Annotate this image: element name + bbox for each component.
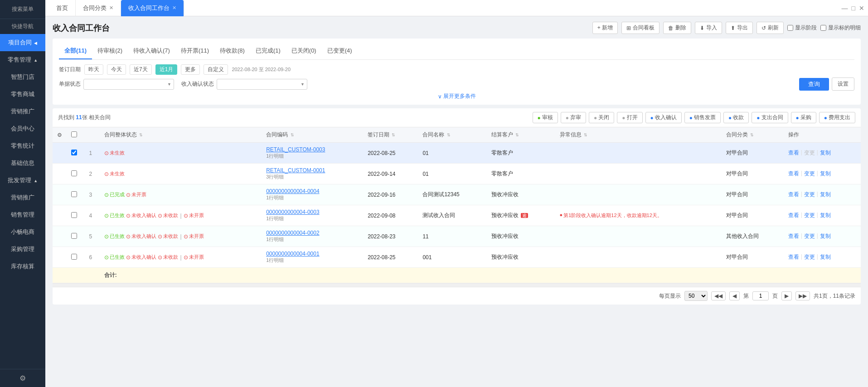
- sidebar-item-retail-stats[interactable]: 零售统计: [0, 137, 45, 155]
- row-action-copy[interactable]: 复制: [820, 212, 831, 219]
- row-action-view[interactable]: 查看: [788, 212, 799, 219]
- first-page-btn[interactable]: ◀◀: [711, 291, 726, 300]
- maximize-icon[interactable]: □: [852, 5, 855, 12]
- col-name[interactable]: 合同名称 ⇅: [418, 127, 486, 143]
- status-tab-closed[interactable]: 已关闭(0): [286, 43, 322, 59]
- sidebar-item-smart-store[interactable]: 智慧门店: [0, 68, 45, 86]
- status-tab-pending-review[interactable]: 待审核(2): [92, 43, 128, 59]
- sidebar-item-retail[interactable]: 零售管理 ▲: [0, 51, 45, 68]
- tab-home[interactable]: 首页: [49, 0, 76, 16]
- sidebar-item-base-info[interactable]: 基础信息: [0, 155, 45, 172]
- action-open[interactable]: ● 打开: [617, 112, 642, 123]
- action-expense-contract[interactable]: ● 支出合同: [752, 112, 788, 123]
- horizontal-scrollbar[interactable]: [53, 283, 861, 287]
- settings-gear-icon[interactable]: ⚙: [19, 374, 26, 382]
- prev-page-btn[interactable]: ◀: [729, 291, 740, 300]
- row-action-copy[interactable]: 复制: [820, 191, 831, 198]
- sidebar-item-marketing2[interactable]: 营销推广: [0, 189, 45, 206]
- doc-status-select[interactable]: [83, 79, 174, 90]
- tab-contract-type-close[interactable]: ✕: [109, 5, 113, 11]
- next-page-btn[interactable]: ▶: [781, 291, 792, 300]
- tab-contract-type[interactable]: 合同分类 ✕: [76, 0, 121, 16]
- action-cost-expense[interactable]: ● 费用支出: [819, 112, 855, 123]
- import-button[interactable]: ⬇ 导入: [695, 22, 722, 34]
- row-action-view[interactable]: 查看: [788, 149, 799, 157]
- row-action-copy[interactable]: 复制: [820, 149, 831, 157]
- row-action-change[interactable]: 变更: [804, 191, 815, 198]
- status-tab-all[interactable]: 全部(11): [59, 43, 92, 59]
- contract-code-link[interactable]: 0000000000004-0003: [266, 209, 319, 215]
- col-customer[interactable]: 结算客户 ⇅: [487, 127, 555, 143]
- col-alert[interactable]: 异常信息 ⇅: [555, 127, 722, 143]
- sidebar-search[interactable]: 搜索菜单: [0, 0, 45, 19]
- row-action-copy[interactable]: 复制: [820, 170, 831, 178]
- row-action-change[interactable]: 变更: [804, 253, 815, 261]
- expand-conditions-button[interactable]: ∨ 展开更多条件: [438, 92, 476, 100]
- action-abandon[interactable]: ● 弃审: [561, 112, 586, 123]
- tab-income-workbench-close[interactable]: ✕: [172, 5, 176, 11]
- date-yesterday[interactable]: 昨天: [84, 64, 103, 75]
- contract-code-link[interactable]: RETAIL_CUSTOM-0001: [266, 167, 325, 174]
- status-tab-completed[interactable]: 已完成(1): [250, 43, 286, 59]
- show-stages-input[interactable]: [787, 25, 793, 31]
- status-tab-pending-payment[interactable]: 待收款(8): [214, 43, 250, 59]
- page-number-input[interactable]: [752, 291, 769, 300]
- contract-code-link[interactable]: RETAIL_CUSTOM-0003: [266, 146, 325, 153]
- sidebar-item-wholesale[interactable]: 批发管理 ▲: [0, 172, 45, 189]
- col-gear[interactable]: ⚙: [53, 127, 67, 143]
- income-confirm-select[interactable]: [217, 79, 307, 90]
- action-income-confirm[interactable]: ● 收入确认: [645, 112, 682, 123]
- row-checkbox[interactable]: [71, 233, 77, 239]
- status-tab-pending-invoice[interactable]: 待开票(11): [175, 43, 214, 59]
- date-today[interactable]: 今天: [107, 64, 126, 75]
- col-status[interactable]: 合同整体状态 ⇅: [100, 127, 262, 143]
- col-type[interactable]: 合同分类 ⇅: [722, 127, 784, 143]
- page-size-select[interactable]: 50 100 200: [684, 291, 708, 301]
- status-tab-changed[interactable]: 已变更(4): [322, 43, 358, 59]
- row-action-change[interactable]: 变更: [804, 232, 815, 240]
- action-review[interactable]: ● 审核: [533, 112, 558, 123]
- row-action-view[interactable]: 查看: [788, 253, 799, 261]
- contract-code-link[interactable]: 0000000000004-0002: [266, 230, 319, 236]
- row-action-view[interactable]: 查看: [788, 232, 799, 240]
- row-action-change[interactable]: 变更: [804, 212, 815, 219]
- action-close[interactable]: ● 关闭: [589, 112, 614, 123]
- sidebar-item-member[interactable]: 会员中心: [0, 120, 45, 137]
- sidebar-item-project[interactable]: 项目合同 ◀: [0, 34, 45, 51]
- last-page-btn[interactable]: ▶▶: [795, 291, 810, 300]
- close-icon[interactable]: ✕: [859, 5, 864, 12]
- row-checkbox[interactable]: [71, 170, 77, 176]
- contract-code-link[interactable]: 0000000000004-0001: [266, 251, 319, 257]
- date-last7[interactable]: 近7天: [130, 64, 152, 75]
- show-detail-checkbox[interactable]: 显示标的明细: [820, 24, 861, 32]
- date-last1month[interactable]: 近1月: [155, 64, 178, 75]
- show-stages-checkbox[interactable]: 显示阶段: [787, 24, 817, 32]
- col-code[interactable]: 合同编码 ⇅: [262, 127, 363, 143]
- action-payment[interactable]: ● 收款: [723, 112, 749, 123]
- row-checkbox[interactable]: [71, 150, 77, 155]
- col-sign-date[interactable]: 签订日期 ⇅: [363, 127, 418, 143]
- sidebar-item-purchase[interactable]: 采购管理: [0, 241, 45, 258]
- row-action-copy[interactable]: 复制: [820, 232, 831, 240]
- row-action-view[interactable]: 查看: [788, 191, 799, 198]
- sidebar-item-xiaochu[interactable]: 小畅电商: [0, 223, 45, 241]
- row-action-view[interactable]: 查看: [788, 170, 799, 178]
- action-purchase[interactable]: ● 采购: [791, 112, 816, 123]
- date-more[interactable]: 更多: [181, 64, 200, 75]
- add-button[interactable]: + 新增: [592, 22, 618, 34]
- date-custom[interactable]: 自定义: [204, 64, 228, 75]
- show-detail-input[interactable]: [820, 25, 826, 31]
- row-action-copy[interactable]: 复制: [820, 253, 831, 261]
- sidebar-item-inventory[interactable]: 库存核算: [0, 258, 45, 275]
- action-sales-invoice[interactable]: ● 销售发票: [684, 112, 721, 123]
- export-button[interactable]: ⬆ 导出: [726, 22, 753, 34]
- refresh-button[interactable]: ↺ 刷新: [756, 22, 784, 34]
- sidebar-item-sales[interactable]: 销售管理: [0, 206, 45, 223]
- tab-income-workbench[interactable]: 收入合同工作台 ✕: [121, 0, 184, 16]
- status-tab-pending-income-confirm[interactable]: 待收入确认(7): [128, 43, 175, 59]
- delete-button[interactable]: 🗑 删除: [663, 22, 691, 34]
- sidebar-item-marketing[interactable]: 营销推广: [0, 103, 45, 120]
- sidebar-item-retail-mall[interactable]: 零售商城: [0, 86, 45, 103]
- row-action-change[interactable]: 变更: [804, 170, 815, 178]
- row-checkbox[interactable]: [71, 191, 77, 197]
